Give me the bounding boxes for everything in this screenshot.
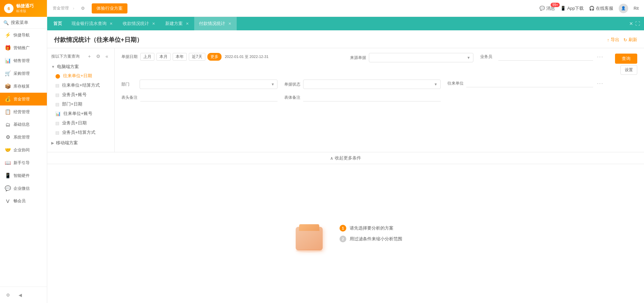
tab-payment[interactable]: 付款情况统计 ✕ [194, 17, 237, 30]
sidebar-item-wechat[interactable]: 💬 企业微信 [0, 182, 47, 195]
filter-doc-status: 单据状态 ▼ [284, 80, 440, 89]
logo-text: 畅捷通巧 标准版 [16, 3, 34, 13]
filter-staff: 业务员 ··· [480, 53, 604, 61]
tab-close-payment[interactable]: ✕ [227, 21, 232, 26]
source-doc-select[interactable]: ▼ [369, 53, 473, 62]
app-icon: 📱 [560, 6, 566, 11]
date-btn-more[interactable]: 更多 [207, 53, 222, 61]
topbar-msg-btn[interactable]: 💬 消息 99+ [539, 5, 555, 11]
page-title: 付款情况统计（往来单位+日期） [54, 36, 143, 44]
date-shortcuts: 上月 本月 本年 近7天 更多 2022-01-01 至 2022-12-31 [140, 53, 268, 61]
tab-close-new-scheme[interactable]: ✕ [185, 21, 189, 26]
scheme-item-partner-date[interactable]: ⬤ 往来单位+日期 [47, 71, 114, 81]
refresh-btn[interactable]: ↻ 刷新 [623, 37, 637, 43]
quick-nav-icon: ⚡ [5, 32, 11, 38]
logo-icon: 6 [4, 4, 13, 13]
finance-icon: 💰 [5, 96, 11, 102]
scheme-group-pc-header[interactable]: ▼ 电脑端方案 [47, 62, 114, 71]
scheme-header-actions: + ⚙ « [86, 53, 110, 60]
sidebar-collapse-btn[interactable]: ◀ [16, 290, 25, 300]
date-range-value: 2022-01-01 至 2022-12-31 [225, 54, 269, 59]
sidebar-item-system[interactable]: ⚙ 系统管理 [0, 131, 47, 144]
empty-box [296, 227, 323, 250]
scheme-group-arrow: ▼ [51, 65, 55, 69]
topbar-app-btn[interactable]: 📱 App下载 [560, 5, 584, 11]
scheme-add-btn[interactable]: + [86, 53, 93, 60]
topbar-right: 💬 消息 99+ 📱 App下载 🎧 在线客服 👤 Rit [539, 4, 639, 13]
scheme-item-staff-settle[interactable]: ▤ 业务员+结算方式 [47, 128, 114, 137]
purchase-icon: 🛒 [5, 70, 11, 77]
header-note-input[interactable] [140, 94, 277, 101]
sidebar-item-marketing[interactable]: 🎁 营销推广 [0, 41, 47, 54]
step-num-1: 1 [340, 225, 346, 232]
username-label[interactable]: Rit [634, 6, 639, 11]
scheme-item-partner-settle[interactable]: ▤ 往来单位+结算方式 [47, 81, 114, 90]
main-content: 资金管理 › ⚙ 体验行业方案 💬 消息 99+ 📱 App下载 🎧 在线客服 … [47, 0, 644, 303]
partner-input[interactable] [466, 80, 593, 87]
operation-icon: 📋 [5, 109, 11, 115]
date-btn-this-year[interactable]: 本年 [173, 53, 187, 61]
scheme-item-staff-account[interactable]: ▤ 业务员+账号 [47, 90, 114, 99]
scheme-table-icon: ▤ [55, 83, 59, 88]
scheme-chart-icon: 📊 [55, 111, 61, 116]
window-expand-btn[interactable]: ⛶ [635, 21, 640, 26]
export-btn[interactable]: ↑ 导出 [607, 37, 620, 43]
scheme-item-staff-date[interactable]: ▤ 业务员+日期 [47, 118, 114, 128]
sidebar-item-quick-nav[interactable]: ⚡ 快捷导航 [0, 29, 47, 41]
tab-bank[interactable]: 现金银行流水查询 ✕ [67, 17, 118, 30]
sidebar-item-basic[interactable]: 🗂 基础信息 [0, 118, 47, 131]
sidebar-item-operation[interactable]: 📋 经营管理 [0, 105, 47, 118]
sidebar-item-guide[interactable]: 📖 新手引导 [0, 156, 47, 169]
partner-label: 往来单位 [447, 81, 464, 86]
topbar-gear-btn[interactable]: ⚙ [78, 4, 88, 13]
sidebar-item-corp[interactable]: 🤝 企业协同 [0, 144, 47, 156]
sidebar-item-sales[interactable]: 📊 销售管理 [0, 54, 47, 67]
scheme-group-arrow-mobile: ▶ [51, 141, 54, 145]
header-note-label: 表头备注 [121, 95, 138, 100]
topbar-service-btn[interactable]: 🎧 在线客服 [589, 5, 613, 11]
scheme-item-partner-account[interactable]: 📊 往来单位+账号 [47, 109, 114, 118]
filter-settings-btn[interactable]: 设置 [620, 65, 637, 75]
dept-select[interactable]: ▼ [140, 80, 277, 89]
scheme-settings-btn[interactable]: ⚙ [95, 53, 101, 60]
query-btn[interactable]: 查询 [615, 54, 637, 64]
date-btn-this-month[interactable]: 本月 [156, 53, 171, 61]
filter-row-2: 部门 ▼ 单据状态 ▼ 往来单位 [121, 80, 637, 89]
sidebar-item-inventory[interactable]: 📦 库存核算 [0, 80, 47, 93]
tab-home[interactable]: 首页 [49, 17, 67, 30]
tab-receipt[interactable]: 收款情况统计 ✕ [118, 17, 160, 30]
doc-status-select[interactable]: ▼ [303, 80, 440, 89]
tab-close-receipt[interactable]: ✕ [151, 21, 156, 26]
sidebar-settings-btn[interactable]: ⚙ [3, 290, 13, 300]
page-actions: ↑ 导出 ↻ 刷新 [607, 37, 638, 43]
tab-close-bank[interactable]: ✕ [109, 21, 113, 26]
trial-btn[interactable]: 体验行业方案 [92, 3, 127, 13]
sidebar-item-purchase[interactable]: 🛒 采购管理 [0, 67, 47, 80]
source-doc-label: 来源单据 [350, 55, 366, 61]
sidebar-item-vip[interactable]: V 畅会员 [0, 195, 47, 207]
scheme-collapse-btn[interactable]: « [104, 53, 110, 60]
scheme-group-mobile-header[interactable]: ▶ 移动端方案 [47, 139, 114, 147]
user-avatar[interactable]: 👤 [619, 4, 628, 13]
staff-input[interactable] [498, 53, 593, 61]
dept-arrow: ▼ [271, 82, 274, 86]
step-num-2: 2 [340, 236, 346, 242]
sidebar-item-hardware[interactable]: 📱 智能硬件 [0, 169, 47, 182]
export-icon: ↑ [607, 37, 610, 42]
scheme-item-dept-date[interactable]: ▤ 部门+日期 [47, 99, 114, 109]
search-menu[interactable]: 🔍 搜索菜单 [0, 17, 47, 29]
tab-new-scheme[interactable]: 新建方案 ✕ [160, 17, 194, 30]
partner-more-btn[interactable]: ··· [597, 81, 604, 87]
scheme-group-mobile: ▶ 移动端方案 [47, 139, 114, 147]
date-btn-7days[interactable]: 近7天 [189, 53, 205, 61]
filter-dept: 部门 ▼ [121, 80, 277, 89]
sidebar-item-finance[interactable]: 💰 资金管理 [0, 93, 47, 105]
search-icon: 🔍 [3, 20, 9, 25]
staff-more-btn[interactable]: ··· [597, 54, 604, 60]
body-note-input[interactable] [303, 94, 440, 101]
empty-illustration [289, 213, 329, 254]
scheme-table-icon-4: ▤ [55, 121, 59, 126]
date-btn-last-month[interactable]: 上月 [140, 53, 154, 61]
collapse-bar[interactable]: ∧ 收起更多条件 [47, 152, 644, 164]
window-close-btn[interactable]: ✕ [629, 21, 633, 26]
